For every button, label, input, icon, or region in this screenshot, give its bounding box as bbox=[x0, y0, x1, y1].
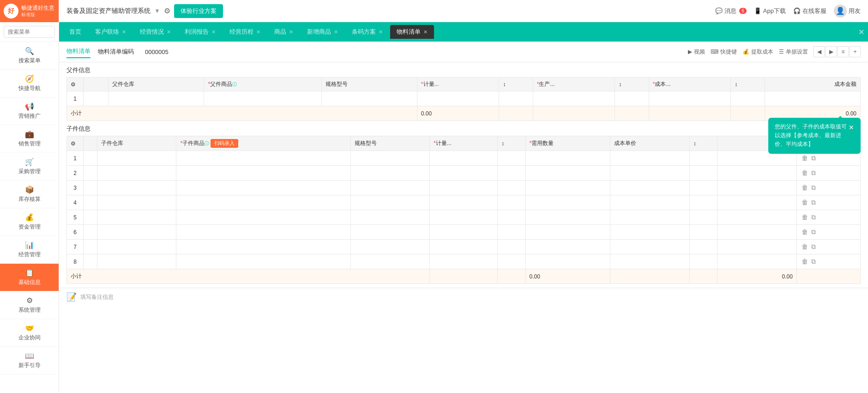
child-row-5-unit[interactable] bbox=[430, 210, 498, 225]
child-row-2-unit[interactable] bbox=[430, 166, 498, 181]
trial-button[interactable]: 体验行业方案 bbox=[174, 4, 223, 18]
prev-page-btn[interactable]: ◀ bbox=[814, 46, 825, 57]
child-row-2-warehouse[interactable] bbox=[97, 166, 176, 181]
child-row-8-qty[interactable] bbox=[525, 254, 610, 269]
child-row-3-spec[interactable] bbox=[350, 181, 429, 195]
shortcut-action[interactable]: ⌨ 快捷键 bbox=[711, 48, 737, 56]
nav-tab-2[interactable]: 经营情况✕ bbox=[133, 25, 177, 39]
child-row-5-unit-price[interactable] bbox=[610, 210, 689, 225]
child-row-8-unit[interactable] bbox=[430, 254, 498, 269]
child-row-2-unit-price[interactable] bbox=[610, 166, 689, 181]
child-row-6-unit[interactable] bbox=[430, 225, 498, 240]
child-row-1-product[interactable] bbox=[176, 151, 350, 166]
gear-icon[interactable]: ⚙ bbox=[164, 6, 170, 15]
child-row-5-qty[interactable] bbox=[525, 210, 610, 225]
parent-row-1-unit[interactable] bbox=[417, 91, 499, 106]
child-row-2-spec[interactable] bbox=[350, 166, 429, 181]
parent-row-1-product[interactable] bbox=[204, 91, 321, 106]
child-row-3-unit[interactable] bbox=[430, 181, 498, 195]
sidebar-item-经营管理[interactable]: 📊经营管理 bbox=[0, 236, 59, 264]
delete-icon[interactable]: 🗑 bbox=[802, 228, 808, 236]
tab-close-icon[interactable]: ✕ bbox=[211, 29, 216, 35]
child-row-3-product[interactable] bbox=[176, 181, 350, 195]
message-item[interactable]: 💬 消息 6 bbox=[715, 7, 747, 15]
sidebar-item-库存核算[interactable]: 📦库存核算 bbox=[0, 181, 59, 208]
child-row-7-qty[interactable] bbox=[525, 240, 610, 254]
copy-icon[interactable]: ⧉ bbox=[811, 199, 816, 206]
copy-icon[interactable]: ⧉ bbox=[811, 184, 816, 191]
parent-row-1-spec[interactable] bbox=[321, 91, 417, 106]
delete-icon[interactable]: 🗑 bbox=[802, 243, 808, 250]
sidebar-item-营销推广[interactable]: 📢营销推广 bbox=[0, 97, 59, 125]
extract-cost-action[interactable]: 💰 提取成本 bbox=[742, 48, 773, 56]
tab-close-icon[interactable]: ✕ bbox=[334, 29, 338, 35]
child-row-7-warehouse[interactable] bbox=[97, 240, 176, 254]
child-row-6-product[interactable] bbox=[176, 225, 350, 240]
copy-icon[interactable]: ⧉ bbox=[811, 228, 816, 236]
child-row-3-unit-price[interactable] bbox=[610, 181, 689, 195]
child-th-settings[interactable]: ⚙ bbox=[67, 136, 84, 151]
child-row-3-warehouse[interactable] bbox=[97, 181, 176, 195]
sidebar-item-系统管理[interactable]: ⚙系统管理 bbox=[0, 291, 59, 319]
dropdown-icon[interactable]: ▼ bbox=[154, 7, 160, 14]
sidebar-item-企业协同[interactable]: 🤝企业协同 bbox=[0, 319, 59, 347]
nav-tab-3[interactable]: 利润报告✕ bbox=[178, 25, 222, 39]
delete-icon[interactable]: 🗑 bbox=[802, 258, 808, 265]
child-row-1-unit-price[interactable] bbox=[610, 151, 689, 166]
delete-icon[interactable]: 🗑 bbox=[802, 169, 808, 176]
tooltip-close-btn[interactable]: ✕ bbox=[849, 122, 854, 133]
child-row-5-product[interactable] bbox=[176, 210, 350, 225]
child-row-4-product[interactable] bbox=[176, 195, 350, 210]
child-row-4-qty[interactable] bbox=[525, 195, 610, 210]
child-row-6-unit-price[interactable] bbox=[610, 225, 689, 240]
tab-close-icon[interactable]: ✕ bbox=[379, 29, 383, 35]
child-row-6-warehouse[interactable] bbox=[97, 225, 176, 240]
sidebar-item-搜索菜单[interactable]: 🔍搜索菜单 bbox=[0, 42, 59, 70]
copy-icon[interactable]: ⧉ bbox=[811, 154, 816, 162]
copy-icon[interactable]: ⧉ bbox=[811, 243, 816, 250]
child-row-4-unit-price[interactable] bbox=[610, 195, 689, 210]
tab-close-icon[interactable]: ✕ bbox=[289, 29, 293, 35]
delete-icon[interactable]: 🗑 bbox=[802, 213, 808, 221]
child-row-8-spec[interactable] bbox=[350, 254, 429, 269]
search-input[interactable] bbox=[4, 26, 55, 38]
tab-close-icon[interactable]: ✕ bbox=[122, 29, 126, 35]
child-row-1-unit[interactable] bbox=[430, 151, 498, 166]
sidebar-item-销售管理[interactable]: 💼销售管理 bbox=[0, 125, 59, 153]
child-row-7-unit[interactable] bbox=[430, 240, 498, 254]
child-row-7-unit-price[interactable] bbox=[610, 240, 689, 254]
child-row-6-spec[interactable] bbox=[350, 225, 429, 240]
doc-settings-action[interactable]: ☰ 单据设置 bbox=[779, 48, 808, 56]
note-icon[interactable]: 📝 bbox=[66, 292, 77, 302]
online-service-item[interactable]: 🎧 在线客服 bbox=[793, 7, 826, 15]
next-page-btn[interactable]: ▶ bbox=[826, 46, 837, 57]
child-row-7-spec[interactable] bbox=[350, 240, 429, 254]
sub-tab-material-list[interactable]: 物料清单 bbox=[66, 45, 90, 58]
sidebar-item-快捷导航[interactable]: 🧭快捷导航 bbox=[0, 70, 59, 97]
nav-tab-6[interactable]: 新增商品✕ bbox=[301, 25, 344, 39]
child-row-1-qty[interactable] bbox=[525, 151, 610, 166]
nav-tab-1[interactable]: 客户联络✕ bbox=[89, 25, 133, 39]
delete-icon[interactable]: 🗑 bbox=[802, 184, 808, 191]
app-download-item[interactable]: 📱 App下载 bbox=[754, 7, 786, 15]
list-view-btn[interactable]: ≡ bbox=[838, 46, 849, 57]
nav-tab-4[interactable]: 经营历程✕ bbox=[223, 25, 267, 39]
copy-icon[interactable]: ⧉ bbox=[811, 258, 816, 265]
nav-tab-0[interactable]: 首页 bbox=[63, 25, 88, 39]
child-row-2-product[interactable] bbox=[176, 166, 350, 181]
tab-close-icon[interactable]: ✕ bbox=[256, 29, 260, 35]
nav-tab-7[interactable]: 条码方案✕ bbox=[345, 25, 389, 39]
nav-tab-5[interactable]: 商品✕ bbox=[268, 25, 300, 39]
parent-th-settings[interactable]: ⚙ bbox=[67, 78, 84, 91]
sidebar-item-资金管理[interactable]: 💰资金管理 bbox=[0, 208, 59, 236]
parent-row-1-production[interactable] bbox=[533, 91, 615, 106]
tab-close-icon[interactable]: ✕ bbox=[167, 29, 171, 35]
child-row-4-unit[interactable] bbox=[430, 195, 498, 210]
sidebar-item-采购管理[interactable]: 🛒采购管理 bbox=[0, 153, 59, 181]
tab-close-icon[interactable]: ✕ bbox=[423, 29, 428, 35]
child-row-8-warehouse[interactable] bbox=[97, 254, 176, 269]
tabs-close-right[interactable]: ✕ bbox=[858, 28, 864, 36]
parent-row-1-warehouse[interactable] bbox=[108, 91, 204, 106]
child-row-4-spec[interactable] bbox=[350, 195, 429, 210]
parent-row-1-cost[interactable] bbox=[649, 91, 731, 106]
